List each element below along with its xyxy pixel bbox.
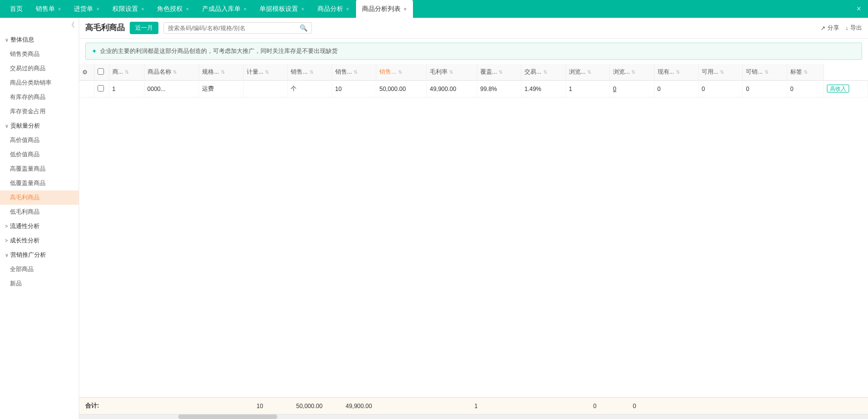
- footer-current-stock: 0: [590, 403, 630, 410]
- close-all-button[interactable]: ×: [854, 4, 864, 13]
- chevron-down-icon: ∨: [5, 37, 8, 43]
- close-icon[interactable]: ×: [244, 6, 247, 12]
- col-tag[interactable]: 标签 ⇅: [787, 64, 823, 81]
- sidebar-item-capital[interactable]: 库存资金占用: [0, 104, 79, 119]
- table-container[interactable]: ⚙ 商... ⇅ 商品名称 ⇅ 规格... ⇅ 计量... ⇅ 销售... ⇅ …: [79, 64, 868, 397]
- footer-cells: 10 50,000.00 49,900.00 1 0 0: [164, 403, 862, 410]
- filter-month-button[interactable]: 近一月: [130, 22, 158, 34]
- nav-item-permission[interactable]: 权限设置 ×: [106, 0, 150, 18]
- footer-sales-amount: 50,000.00: [293, 403, 343, 410]
- sidebar-item-high-value[interactable]: 高价值商品: [0, 133, 79, 147]
- footer-sales-profit: 49,900.00: [343, 403, 392, 410]
- col-checkbox[interactable]: [94, 64, 109, 81]
- sidebar-group-overall[interactable]: ∨ 整体信息: [0, 33, 79, 47]
- nav-item-inbound[interactable]: 产成品入库单 ×: [196, 0, 253, 18]
- nav-label-analysis: 商品分析: [317, 4, 343, 13]
- sidebar: 《 ∨ 整体信息 销售类商品 交易过的商品 商品分类助销率 有库存的商品 库存资…: [0, 18, 79, 419]
- nav-label-role: 角色授权: [157, 4, 183, 13]
- horizontal-scrollbar[interactable]: [79, 414, 868, 419]
- sidebar-item-sales-goods[interactable]: 销售类商品: [0, 47, 79, 61]
- sidebar-item-new-goods[interactable]: 新品: [0, 277, 79, 291]
- close-icon[interactable]: ×: [404, 6, 407, 12]
- nav-label-permission: 权限设置: [112, 4, 138, 13]
- cell-name: 运费: [199, 81, 243, 97]
- select-all-checkbox[interactable]: [98, 68, 104, 75]
- share-button[interactable]: ↗ 分享: [820, 24, 839, 32]
- export-label: 导出: [850, 24, 862, 32]
- footer-trade: 1: [471, 403, 511, 410]
- col-browse2[interactable]: 浏览... ⇅: [610, 64, 654, 81]
- sidebar-item-category-rate[interactable]: 商品分类助销率: [0, 76, 79, 90]
- sidebar-item-high-margin[interactable]: 高毛利商品: [0, 190, 79, 205]
- cell-current-stock: 0: [698, 81, 742, 97]
- nav-item-home[interactable]: 首页: [4, 0, 29, 18]
- col-sales-qty[interactable]: 销售... ⇅: [288, 64, 332, 81]
- nav-item-template[interactable]: 单据模板设置 ×: [254, 0, 310, 18]
- sidebar-item-low-value[interactable]: 低价值商品: [0, 147, 79, 162]
- col-name[interactable]: 商品名称 ⇅: [144, 64, 199, 81]
- col-current-stock[interactable]: 现有... ⇅: [654, 64, 698, 81]
- content-area: 高毛利商品 近一月 🔍 ↗ 分享 ↓ 导出 ✦ 企业的主要的利润都是这部分商品创…: [79, 18, 868, 419]
- cell-checkbox[interactable]: [94, 81, 109, 97]
- tag-badge: 高收入: [827, 85, 849, 93]
- close-icon[interactable]: ×: [96, 6, 99, 12]
- sidebar-item-low-margin[interactable]: 低毛利商品: [0, 205, 79, 219]
- nav-label-inbound: 产成品入库单: [202, 4, 241, 13]
- sidebar-item-all-goods[interactable]: 全部商品: [0, 262, 79, 277]
- sidebar-item-traded-goods[interactable]: 交易过的商品: [0, 61, 79, 76]
- sidebar-group-contribution[interactable]: ∨ 贡献量分析: [0, 119, 79, 133]
- main-container: 《 ∨ 整体信息 销售类商品 交易过的商品 商品分类助销率 有库存的商品 库存资…: [0, 18, 868, 419]
- sidebar-group-overall-label: 整体信息: [10, 36, 34, 44]
- sidebar-group-growth[interactable]: > 成长性分析: [0, 233, 79, 248]
- export-button[interactable]: ↓ 导出: [845, 24, 862, 32]
- nav-item-sales[interactable]: 销售单 ×: [30, 0, 67, 18]
- share-label: 分享: [827, 24, 839, 32]
- nav-item-analysis-list[interactable]: 商品分析列表 ×: [356, 0, 412, 18]
- nav-item-analysis[interactable]: 商品分析 ×: [311, 0, 355, 18]
- sidebar-item-in-stock[interactable]: 有库存的商品: [0, 90, 79, 104]
- col-coverage[interactable]: 覆盖... ⇅: [477, 64, 521, 81]
- footer-sales-qty: 10: [254, 403, 293, 410]
- sidebar-collapse-button[interactable]: 《: [0, 18, 79, 33]
- footer-total: 合计: 10 50,000.00 49,900.00 1 0 0: [79, 397, 868, 414]
- close-icon[interactable]: ×: [58, 6, 61, 12]
- col-unit[interactable]: 计量... ⇅: [243, 64, 287, 81]
- sidebar-group-growth-label: 成长性分析: [10, 236, 40, 245]
- close-icon[interactable]: ×: [301, 6, 304, 12]
- chevron-right-icon: >: [5, 238, 8, 243]
- col-sales-amount[interactable]: 销售... ⇅: [332, 64, 376, 81]
- col-sales-profit[interactable]: 销售... ⇅: [376, 64, 427, 81]
- cell-sales-profit: 49,900.00: [426, 81, 477, 97]
- scrollbar-thumb[interactable]: [178, 415, 277, 419]
- nav-item-role[interactable]: 角色授权 ×: [151, 0, 195, 18]
- col-gross-margin[interactable]: 毛利率 ⇅: [426, 64, 477, 81]
- chevron-down-icon: ∨: [5, 252, 8, 258]
- col-browse1[interactable]: 浏览... ⇅: [565, 64, 610, 81]
- info-banner-text: 企业的主要的利润都是这部分商品创造的，可考虑加大推广，同时关注库存是不要出现缺货: [100, 47, 338, 55]
- cell-saleable: 0: [787, 81, 823, 97]
- sidebar-group-marketing[interactable]: ∨ 营销推广分析: [0, 248, 79, 262]
- cell-browse1[interactable]: 0: [610, 81, 654, 97]
- sidebar-group-liquidity[interactable]: > 流通性分析: [0, 219, 79, 233]
- nav-label-home: 首页: [10, 4, 23, 13]
- row-checkbox[interactable]: [98, 85, 104, 92]
- search-input[interactable]: [168, 25, 300, 32]
- cell-index: 1: [109, 81, 144, 97]
- col-trade[interactable]: 交易... ⇅: [521, 64, 565, 81]
- col-code[interactable]: 商... ⇅: [109, 64, 144, 81]
- cell-available: 0: [743, 81, 787, 97]
- close-icon[interactable]: ×: [186, 6, 189, 12]
- col-available[interactable]: 可用... ⇅: [698, 64, 742, 81]
- col-spec[interactable]: 规格... ⇅: [199, 64, 243, 81]
- sidebar-item-low-coverage[interactable]: 低覆盖量商品: [0, 176, 79, 190]
- col-saleable[interactable]: 可销... ⇅: [743, 64, 787, 81]
- col-settings[interactable]: ⚙: [79, 64, 94, 81]
- sidebar-item-high-coverage[interactable]: 高覆盖量商品: [0, 162, 79, 176]
- info-banner: ✦ 企业的主要的利润都是这部分商品创造的，可考虑加大推广，同时关注库存是不要出现…: [85, 43, 862, 60]
- cell-trade: 1: [565, 81, 610, 97]
- nav-item-purchase[interactable]: 进货单 ×: [68, 0, 105, 18]
- search-icon[interactable]: 🔍: [300, 24, 307, 32]
- close-icon[interactable]: ×: [346, 6, 349, 12]
- close-icon[interactable]: ×: [141, 6, 144, 12]
- footer-available: 0: [630, 403, 669, 410]
